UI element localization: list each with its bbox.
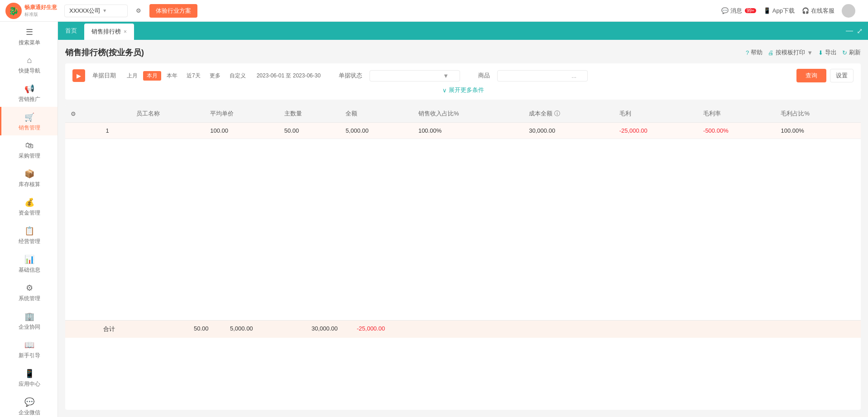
main-area: 首页 销售排行榜 × — ⤢ 销售排行榜(按业务员) ? 帮助 [58,22,868,417]
refresh-button[interactable]: ↻ 刷新 [842,48,861,57]
sidebar-item-app-center[interactable]: 📱 应用中心 [0,363,58,392]
active-tab-label: 销售排行榜 [91,28,121,36]
sidebar-label: 采购管理 [19,152,40,160]
refresh-icon: ↻ [842,49,847,56]
col-avg-price: 平均单价 [205,105,279,123]
export-icon: ⬇ [818,49,823,56]
print-button[interactable]: 🖨 按模板打印 ▼ [768,48,813,57]
settings-button[interactable]: 设置 [830,69,854,82]
purchase-icon: 🛍 [25,141,34,150]
sidebar-item-finance[interactable]: 💰 资金管理 [0,192,58,220]
help-button[interactable]: ? 帮助 [746,48,762,57]
page-actions: ? 帮助 🖨 按模板打印 ▼ ⬇ 导出 ↻ 刷新 [746,48,861,57]
sidebar-label: 营销推广 [19,96,40,103]
date-label: 单据日期 [92,72,116,80]
tab-home[interactable]: 首页 [58,22,84,40]
sidebar-item-quick-nav[interactable]: ⌂ 快捷导航 [0,50,58,78]
sidebar-item-sales[interactable]: 🛒 销售管理 [0,107,58,135]
settings-icon[interactable]: ⚙ [131,4,146,18]
filter-arrow[interactable]: ▶ [72,69,85,82]
search-order-icon: ☰ [26,27,33,37]
date-tab-custom[interactable]: 自定义 [226,71,249,81]
top-bar: 🐉 畅康通好生意 标准版 XXXXX公司 ▼ ⚙ 体验行业方案 💬 消息 99+… [0,0,868,22]
status-label: 单据状态 [339,72,362,80]
sidebar-label: 新手引导 [19,352,40,359]
home-icon: ⌂ [27,56,32,65]
sales-ranking-table: ⚙ 员工名称 平均单价 主数量 全额 销售收入占比% 成本全额 ⓘ 毛利 毛利率… [65,105,861,139]
sidebar: ☰ 搜索菜单 ⌂ 快捷导航 📢 营销推广 🛒 销售管理 🛍 采购管理 📦 库存核… [0,22,58,417]
trial-button[interactable]: 体验行业方案 [149,4,197,18]
row-quantity: 50.00 [279,123,340,139]
row-gross-pct: 100.00% [775,123,861,139]
tab-close-icon[interactable]: × [124,29,127,35]
wechat-icon: 💬 [24,397,34,407]
sidebar-label: 销售管理 [19,124,40,132]
row-name [131,123,205,139]
row-settings [65,123,100,139]
goods-label: 商品 [478,72,490,80]
col-gross-rate: 毛利率 [698,105,775,123]
expand-conditions-button[interactable]: ∨ 展开更多条件 [442,86,484,94]
sidebar-item-inventory[interactable]: 📦 库存核算 [0,163,58,192]
app-logo: 🐉 [5,3,22,19]
query-button[interactable]: 查询 [796,69,826,82]
minimize-icon[interactable]: — [846,27,853,35]
date-tab-this-month[interactable]: 本月 [143,71,161,81]
footer-amount: 5,000.00 [225,325,265,333]
app-center-icon: 📱 [24,369,34,379]
status-select[interactable]: ▼ [369,70,460,81]
date-range: 2023-06-01 至 2023-06-30 [257,72,321,80]
row-gross-rate: -500.00% [698,123,775,139]
row-rank: 1 [100,123,130,139]
footer-gross: -25,000.00 [351,325,397,333]
footer-cost: 30,000.00 [306,325,351,333]
tab-bar: 首页 销售排行榜 × — ⤢ [58,22,868,40]
export-button[interactable]: ⬇ 导出 [818,48,837,57]
sidebar-label: 企业微信 [19,409,40,417]
sidebar-item-system[interactable]: ⚙ 系统管理 [0,278,58,306]
col-quantity: 主数量 [279,105,340,123]
row-sales-pct: 100.00% [413,123,523,139]
app-name: 畅康通好生意 标准版 [24,4,57,18]
sidebar-label: 库存核算 [19,181,40,188]
top-right-area: 💬 消息 99+ 📱 App下载 🎧 在线客服 [721,4,863,18]
sidebar-item-wechat[interactable]: 💬 企业微信 [0,392,58,417]
basic-info-icon: 📊 [24,254,34,264]
footer-quantity: 50.00 [188,325,225,333]
sidebar-label: 系统管理 [19,295,40,302]
tab-sales-ranking[interactable]: 销售排行榜 × [84,24,134,40]
date-tab-last-month[interactable]: 上月 [123,71,141,81]
company-selector[interactable]: XXXXX公司 ▼ [64,5,128,17]
inventory-icon: 📦 [24,169,34,179]
avatar[interactable] [842,4,855,18]
sidebar-item-marketing[interactable]: 📢 营销推广 [0,78,58,107]
goods-select[interactable]: ... [497,70,588,81]
sidebar-item-basic-info[interactable]: 📊 基础信息 [0,249,58,278]
sidebar-item-enterprise[interactable]: 🏢 企业协同 [0,306,58,335]
sidebar-item-purchase[interactable]: 🛍 采购管理 [0,135,58,163]
sidebar-item-guide[interactable]: 📖 新手引导 [0,335,58,363]
page-content: 销售排行榜(按业务员) ? 帮助 🖨 按模板打印 ▼ ⬇ 导出 [58,40,868,417]
date-tab-7days[interactable]: 近7天 [183,71,204,81]
app-download-button[interactable]: 📱 App下载 [763,7,795,15]
table-container: ⚙ 员工名称 平均单价 主数量 全额 销售收入占比% 成本全额 ⓘ 毛利 毛利率… [65,105,861,410]
more-icon: ... [571,72,576,79]
table-header-row: ⚙ 员工名称 平均单价 主数量 全额 销售收入占比% 成本全额 ⓘ 毛利 毛利率… [65,105,861,123]
filter-bar: ▶ 单据日期 上月 本月 本年 近7天 更多 自定义 2023-06-01 至 … [65,63,861,100]
col-cost: 成本全额 ⓘ [523,105,614,123]
sidebar-item-search-order[interactable]: ☰ 搜索菜单 [0,22,58,50]
sidebar-label: 搜索菜单 [19,39,40,47]
col-settings: ⚙ [65,105,100,123]
operation-icon: 📋 [24,226,34,236]
row-gross: -25,000.00 [614,123,698,139]
enterprise-icon: 🏢 [24,312,34,321]
date-tab-this-year[interactable]: 本年 [163,71,181,81]
filter-row-expand: ∨ 展开更多条件 [72,86,854,94]
sidebar-item-operation[interactable]: 📋 经营管理 [0,220,58,249]
date-tab-more[interactable]: 更多 [206,71,224,81]
table-footer: 合计 50.00 5,000.00 30,000.00 -25,000.00 [65,320,861,338]
message-button[interactable]: 💬 消息 99+ [721,7,756,15]
phone-icon: 📱 [763,7,771,14]
online-service-button[interactable]: 🎧 在线客服 [802,7,834,15]
expand-icon[interactable]: ⤢ [857,27,863,35]
